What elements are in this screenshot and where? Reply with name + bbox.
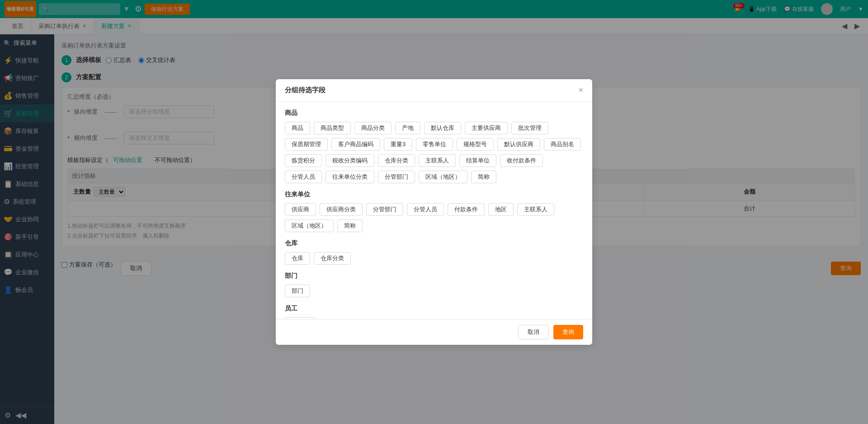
section-title-staff: 员工 (285, 305, 583, 313)
field-tag-retail-unit[interactable]: 零售单位 (416, 138, 453, 151)
field-tag-settlement-unit[interactable]: 结算单位 (459, 154, 496, 167)
field-grid-goods: 商品 商品类型 商品分类 产地 默认仓库 主要供应商 批次管理 保质期管理 客户… (285, 122, 583, 183)
section-title-warehouse: 仓库 (285, 239, 583, 248)
field-grid-dept: 部门 (285, 285, 583, 297)
field-tag-goods-alias[interactable]: 商品别名 (544, 138, 581, 151)
field-tag-main-contact[interactable]: 主联系人 (419, 154, 456, 167)
field-tag-main-contact-partner[interactable]: 主联系人 (517, 203, 554, 216)
modal-cancel-button[interactable]: 取消 (518, 325, 549, 339)
field-tag-pay-terms[interactable]: 付款条件 (448, 203, 485, 216)
modal-body: 商品 商品 商品类型 商品分类 产地 默认仓库 主要供应商 批次管理 保质期管理… (276, 102, 592, 319)
field-tag-spec-model[interactable]: 规格型号 (457, 138, 494, 151)
field-tag-supplier-category[interactable]: 供应商分类 (320, 203, 363, 216)
modal-close-button[interactable]: × (578, 86, 583, 95)
field-tag-region-partner[interactable]: 区域（地区） (285, 219, 334, 232)
modal-header: 分组待选字段 × (276, 79, 592, 102)
modal-scroll-container[interactable]: 商品 商品 商品类型 商品分类 产地 默认仓库 主要供应商 批次管理 保质期管理… (276, 102, 592, 319)
field-tag-default-supplier[interactable]: 默认供应商 (497, 138, 540, 151)
modal-confirm-button[interactable]: 查询 (553, 325, 583, 339)
field-tag-default-warehouse[interactable]: 默认仓库 (424, 122, 461, 134)
field-tag-supplier[interactable]: 供应商 (285, 203, 316, 216)
field-tag-origin[interactable]: 产地 (395, 122, 420, 134)
section-title-partner: 往来单位 (285, 191, 583, 199)
field-tag-payment-terms[interactable]: 收付款条件 (500, 154, 543, 167)
field-tag-warehouse[interactable]: 仓库 (285, 252, 310, 265)
field-tag-weight3[interactable]: 重量3 (384, 138, 412, 151)
field-tag-main-supplier[interactable]: 主要供应商 (465, 122, 508, 134)
field-tag-shelf-life[interactable]: 保质期管理 (285, 138, 328, 151)
field-tag-partner-category[interactable]: 往来单位分类 (326, 171, 374, 183)
modal-overlay: 分组待选字段 × 商品 商品 商品类型 商品分类 产地 默认仓库 主要供应商 批… (0, 0, 868, 424)
field-tag-short-name[interactable]: 简称 (471, 171, 496, 183)
field-tag-short-name-partner[interactable]: 简称 (337, 219, 363, 232)
field-grid-warehouse: 仓库 仓库分类 (285, 252, 583, 265)
field-tag-batch-mgmt[interactable]: 批次管理 (511, 122, 548, 134)
section-title-goods: 商品 (285, 109, 583, 117)
section-title-dept: 部门 (285, 272, 583, 280)
field-tag-tax-code[interactable]: 税收分类编码 (326, 154, 374, 167)
field-select-modal: 分组待选字段 × 商品 商品 商品类型 商品分类 产地 默认仓库 主要供应商 批… (276, 79, 592, 345)
modal-footer: 取消 查询 (276, 319, 592, 345)
field-tag-supervisor[interactable]: 分管人员 (285, 171, 322, 183)
field-tag-goods[interactable]: 商品 (285, 122, 310, 134)
field-tag-goods-category[interactable]: 商品分类 (354, 122, 392, 134)
field-grid-partner: 供应商 供应商分类 分管部门 分管人员 付款条件 地区 主联系人 区域（地区） … (285, 203, 583, 232)
modal-title: 分组待选字段 (285, 86, 326, 95)
field-tag-refining-points[interactable]: 炼货积分 (285, 154, 322, 167)
field-tag-customer-code[interactable]: 客户商品编码 (331, 138, 380, 151)
field-tag-warehouse-cat[interactable]: 仓库分类 (314, 252, 351, 265)
field-tag-region[interactable]: 区域（地区） (419, 171, 467, 183)
field-tag-dept-managed[interactable]: 分管部门 (378, 171, 415, 183)
field-tag-area[interactable]: 地区 (488, 203, 514, 216)
field-tag-dept[interactable]: 部门 (285, 285, 310, 297)
field-tag-warehouse-category[interactable]: 仓库分类 (378, 154, 415, 167)
field-tag-goods-type[interactable]: 商品类型 (314, 122, 351, 134)
field-tag-managed-dept[interactable]: 分管部门 (366, 203, 403, 216)
field-tag-managed-staff[interactable]: 分管人员 (407, 203, 444, 216)
